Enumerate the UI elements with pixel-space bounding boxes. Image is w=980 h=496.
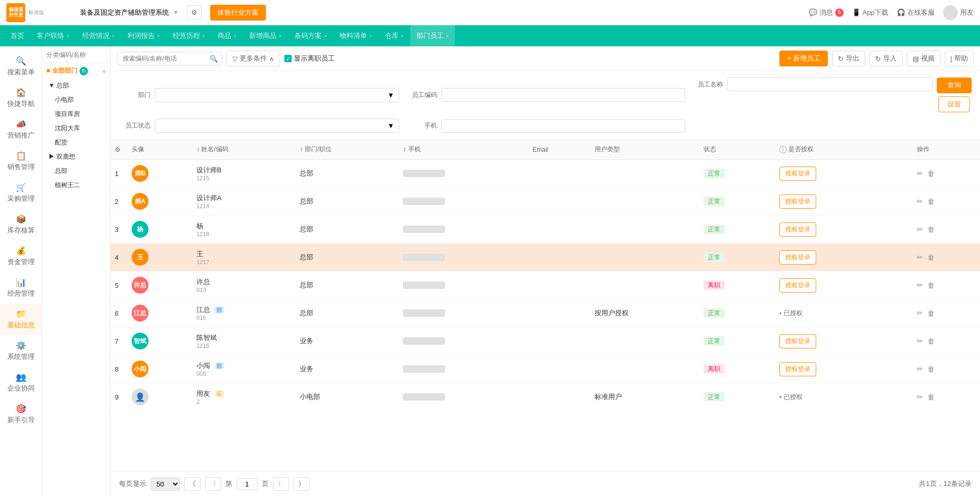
more-conditions-btn[interactable]: ▽ 更多条件 ∧ [226, 51, 280, 66]
left-nav-item-资金管理[interactable]: 💰 资金管理 [0, 240, 42, 272]
delete-button[interactable]: 🗑 [927, 365, 935, 373]
add-employee-button[interactable]: + 新增员工 [779, 51, 827, 66]
nav-tab-close[interactable]: × [446, 33, 449, 39]
search-input[interactable] [117, 52, 222, 65]
edit-button[interactable]: ✏ [917, 225, 923, 234]
edit-button[interactable]: ✏ [917, 197, 923, 206]
nav-tab-新增商品[interactable]: 新增商品 × [243, 25, 288, 46]
delete-button[interactable]: 🗑 [927, 197, 935, 206]
refresh-icon[interactable]: ↻ [80, 67, 88, 75]
user-menu[interactable]: 用友 [943, 5, 974, 20]
th-settings[interactable]: ⚙ [111, 140, 127, 160]
set-button[interactable]: 设置 [938, 96, 970, 112]
delete-button[interactable]: 🗑 [927, 253, 935, 261]
sidebar-item-植树王二[interactable]: 植树王二 [42, 178, 110, 192]
sidebar-item-沈阳大库[interactable]: 沈阳大库 [42, 121, 110, 135]
per-page-select[interactable]: 50 100 [151, 478, 180, 491]
left-nav-item-搜索菜单[interactable]: 🔍 搜索菜单 [0, 51, 42, 82]
table-row[interactable]: 5 许总 许总 013 总部 离职 授权登录 ✏ 🗑 [111, 271, 980, 299]
delete-button[interactable]: 🗑 [927, 169, 935, 178]
nav-tab-close[interactable]: × [157, 33, 160, 39]
nav-tab-close[interactable]: × [279, 33, 282, 39]
nav-tab-仓库[interactable]: 仓库 × [379, 25, 410, 46]
left-nav-item-快捷导航[interactable]: 🏠 快捷导航 [0, 82, 42, 114]
all-departments-item[interactable]: ■ 全部部门 ↻ « [42, 63, 110, 79]
nav-tab-首页[interactable]: 首页 [4, 25, 31, 46]
export-button[interactable]: ↻ 导出 [832, 51, 865, 66]
sidebar-item-项目库房[interactable]: 项目库房 [42, 107, 110, 121]
th-dept[interactable]: ↕ 部门/职位 [295, 140, 399, 160]
auth-info-icon[interactable]: i [779, 146, 787, 153]
auth-login-btn[interactable]: 授权登录 [779, 334, 816, 348]
table-row[interactable]: 3 杨 杨 1218 总部 正常 授权登录 ✏ 🗑 [111, 216, 980, 244]
auth-login-btn[interactable]: 授权登录 [779, 194, 816, 209]
nav-tab-close[interactable]: × [369, 33, 372, 39]
table-row[interactable]: 9 👤 用友 应 2 小电部 标准用户 正常 •已授权 ✏ 🗑 [111, 383, 980, 411]
nav-tab-部门员工[interactable]: 部门员工 × [410, 25, 456, 46]
auth-login-btn[interactable]: 授权登录 [779, 362, 816, 376]
next-page-btn[interactable]: 〉 [273, 477, 289, 491]
show-dimission-checkbox[interactable]: ✓ [284, 55, 292, 62]
table-row[interactable]: 6 江总 江总 部 015 总部 按用户授权 正常 •已授权 ✏ 🗑 [111, 299, 980, 327]
online-service-button[interactable]: 🎧 在线客服 [897, 8, 935, 17]
table-row[interactable]: 2 师A 设计师A 1214 总部 正常 授权登录 ✏ 🗑 [111, 188, 980, 216]
edit-button[interactable]: ✏ [917, 169, 923, 178]
th-name[interactable]: ↕ 姓名/编码 [192, 140, 295, 160]
left-nav-item-采购管理[interactable]: 🛒 采购管理 [0, 177, 42, 209]
page-number-input[interactable] [236, 478, 258, 490]
table-row[interactable]: 1 师B 设计师B 1215 总部 正常 授权登录 ✏ 🗑 [111, 160, 980, 188]
message-button[interactable]: 💬 消息 5 [809, 8, 844, 17]
left-nav-item-系统管理[interactable]: ⚙️ 系统管理 [0, 335, 42, 367]
delete-button[interactable]: 🗑 [927, 281, 935, 289]
nav-tab-close[interactable]: × [202, 33, 205, 39]
help-button[interactable]: | 帮助 [945, 51, 974, 66]
edit-button[interactable]: ✏ [917, 281, 923, 289]
left-nav-item-销售管理[interactable]: 📋 销售管理 [0, 145, 42, 177]
phone-input[interactable] [441, 119, 686, 133]
table-row[interactable]: 8 小闯 小闯 部 008 业务 离职 授权登录 ✏ 🗑 [111, 355, 980, 383]
edit-button[interactable]: ✏ [917, 365, 923, 373]
nav-tab-经营历程[interactable]: 经营历程 × [166, 25, 212, 46]
sidebar-item-总部[interactable]: ▼ 总部 [42, 79, 110, 93]
emp-name-input[interactable] [727, 77, 933, 91]
edit-button[interactable]: ✏ [917, 393, 923, 401]
auth-login-btn[interactable]: 授权登录 [779, 167, 816, 181]
table-row[interactable]: 4 王 王 1217 总部 正常 授权登录 ✏ 🗑 [111, 244, 980, 271]
dept-select[interactable]: ▼ [155, 88, 399, 102]
query-button[interactable]: 查询 [937, 77, 972, 93]
edit-button[interactable]: ✏ [917, 337, 923, 345]
gear-button[interactable]: ⚙ [187, 5, 202, 20]
edit-button[interactable]: ✏ [917, 309, 923, 317]
view-button[interactable]: ▤ 视频 [907, 51, 941, 66]
experience-button[interactable]: 体验行业方案 [210, 5, 266, 21]
nav-tab-close[interactable]: × [324, 33, 327, 39]
left-nav-item-库存核算[interactable]: 📦 库存核算 [0, 209, 42, 240]
th-phone[interactable]: ↕ 手机 [399, 140, 528, 160]
left-nav-item-基础信息[interactable]: 📁 基础信息 [0, 304, 42, 335]
edit-button[interactable]: ✏ [917, 253, 923, 261]
sidebar-item-小电部[interactable]: 小电部 [42, 93, 110, 107]
nav-tab-close[interactable]: × [112, 33, 115, 39]
nav-tab-close[interactable]: × [66, 33, 70, 39]
left-nav-item-经营管理[interactable]: 📊 经营管理 [0, 272, 42, 304]
auth-login-btn[interactable]: 授权登录 [779, 222, 816, 237]
sidebar-search-input[interactable] [46, 51, 111, 59]
nav-tab-商品[interactable]: 商品 × [211, 25, 243, 46]
sidebar-item-总部[interactable]: 总部 [42, 164, 110, 178]
prev-page-btn[interactable]: 〈 [205, 477, 221, 491]
auth-login-btn[interactable]: 授权登录 [779, 250, 816, 265]
nav-tab-close[interactable]: × [233, 33, 236, 39]
table-row[interactable]: 7 智斌 陈智斌 1216 业务 正常 授权登录 ✏ 🗑 [111, 327, 980, 355]
nav-tab-物料清单[interactable]: 物料清单 × [333, 25, 379, 46]
app-download-button[interactable]: 📱 App下载 [852, 8, 888, 17]
delete-button[interactable]: 🗑 [927, 337, 935, 345]
auth-login-btn[interactable]: 授权登录 [779, 278, 816, 293]
nav-tab-条码方案[interactable]: 条码方案 × [288, 25, 333, 46]
delete-button[interactable]: 🗑 [927, 309, 935, 317]
first-page-btn[interactable]: 《 [184, 477, 201, 491]
nav-tab-经营情况[interactable]: 经营情况 × [76, 25, 121, 46]
sidebar-item-配货[interactable]: 配货 [42, 135, 110, 150]
nav-tab-利润报告[interactable]: 利润报告 × [121, 25, 166, 46]
nav-tab-客户联络[interactable]: 客户联络 × [31, 25, 76, 46]
system-dropdown-arrow[interactable]: ▼ [173, 9, 179, 15]
